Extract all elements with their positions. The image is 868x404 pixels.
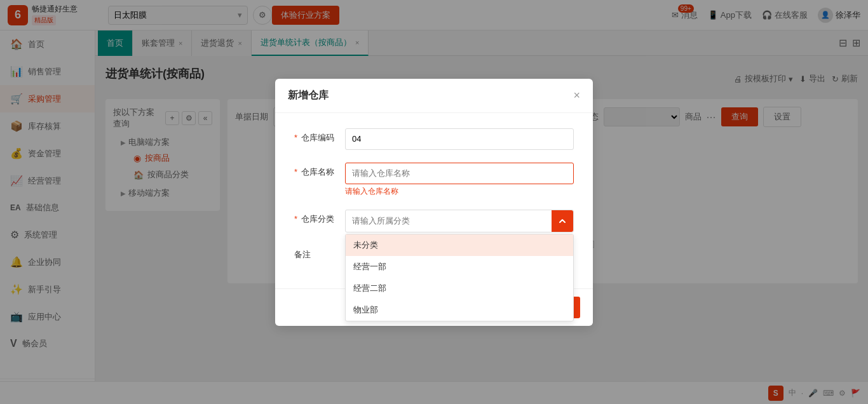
category-input-group xyxy=(345,210,574,232)
category-control: 未分类 经营一部 经营二部 物业部 xyxy=(345,210,574,232)
modal-title: 新增仓库 xyxy=(288,89,329,102)
dropdown-item-1[interactable]: 经营一部 xyxy=(346,256,573,278)
code-control xyxy=(345,128,574,150)
form-row-code: * 仓库编码 xyxy=(294,128,574,150)
dropdown-item-3[interactable]: 物业部 xyxy=(346,299,573,321)
category-label: * 仓库分类 xyxy=(294,210,345,225)
category-toggle-btn[interactable] xyxy=(552,210,573,232)
form-row-category: * 仓库分类 未分类 经营一部 xyxy=(294,210,574,232)
modal-backdrop: 新增仓库 × * 仓库编码 * 仓库名称 xyxy=(0,0,868,404)
name-input[interactable] xyxy=(345,163,574,184)
category-input[interactable] xyxy=(346,210,552,232)
dropdown-item-0[interactable]: 未分类 xyxy=(346,234,573,256)
code-label: * 仓库编码 xyxy=(294,128,345,144)
code-input[interactable] xyxy=(345,128,574,150)
note-label: 备注 xyxy=(294,245,345,260)
name-label: * 仓库名称 xyxy=(294,163,345,178)
form-row-name: * 仓库名称 请输入仓库名称 xyxy=(294,163,574,197)
category-dropdown: 未分类 经营一部 经营二部 物业部 xyxy=(345,234,574,321)
name-control: 请输入仓库名称 xyxy=(345,163,574,197)
modal-close-btn[interactable]: × xyxy=(573,89,580,102)
modal-header: 新增仓库 × xyxy=(275,79,593,113)
name-error-msg: 请输入仓库名称 xyxy=(345,186,574,197)
dropdown-item-2[interactable]: 经营二部 xyxy=(346,278,573,299)
add-warehouse-modal: 新增仓库 × * 仓库编码 * 仓库名称 xyxy=(275,79,593,326)
modal-body: * 仓库编码 * 仓库名称 请输入仓库名称 xyxy=(275,113,593,288)
